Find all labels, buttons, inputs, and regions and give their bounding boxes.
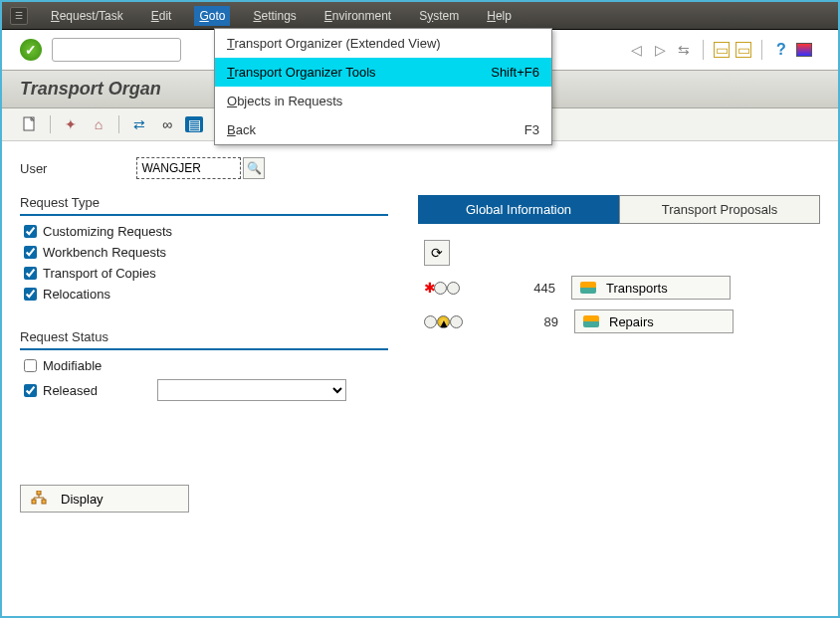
light-off-icon [450,315,463,328]
refresh-icon: ⟳ [431,245,443,261]
shortcut: F3 [525,122,539,137]
tool-icon-4[interactable]: ∞ [157,114,177,134]
display-button[interactable]: Display [20,485,189,513]
stat-row-transports: ✱ 445 Transports [424,276,814,300]
tool-icon-1[interactable]: ✦ [61,114,81,134]
search-icon: 🔍 [247,161,262,175]
svg-rect-2 [32,500,36,504]
svg-rect-1 [37,491,41,495]
menubar: ☰ Request/Task Edit Goto Settings Enviro… [2,2,838,30]
tab-transport-proposals[interactable]: Transport Proposals [619,195,820,224]
layout2-icon[interactable]: ▭ [735,42,751,58]
light-off-icon [424,315,437,328]
tabs: Global Information Transport Proposals [418,195,820,224]
nav-first-icon[interactable]: ◁ [627,41,645,59]
light-yellow-icon: ▲ [437,315,450,328]
chk-released[interactable]: Released [24,383,98,398]
tool-icon-2[interactable]: ⌂ [89,114,108,134]
hierarchy-icon [31,491,47,508]
released-select[interactable] [157,379,346,401]
picture-icon [580,282,596,294]
menu-edit[interactable]: Edit [146,6,177,26]
light-off-icon [447,282,460,295]
transports-count: 445 [476,281,555,296]
user-label: User [20,161,47,176]
command-field[interactable] [52,38,181,62]
nav-prev-icon[interactable]: ▷ [651,41,669,59]
repairs-button[interactable]: Repairs [574,309,734,333]
enter-icon[interactable]: ✓ [20,39,42,61]
help-icon[interactable]: ? [772,41,790,59]
menu-request-task[interactable]: Request/Task [46,6,128,26]
menu-item-transport-organizer-ext[interactable]: Transport Organizer (Extended View) [215,29,551,58]
tab-global-information[interactable]: Global Information [418,195,619,224]
menu-item-back[interactable]: Back F3 [215,115,551,144]
transports-button[interactable]: Transports [571,276,731,300]
picture-icon [583,315,599,327]
goto-dropdown: Transport Organizer (Extended View) Tran… [214,28,552,145]
chk-transport-of-copies[interactable]: Transport of Copies [24,266,384,281]
repairs-count: 89 [479,314,558,329]
user-row: User 🔍 [20,157,820,179]
request-status-title: Request Status [20,329,388,350]
menu-settings[interactable]: Settings [248,6,301,26]
chk-modifiable[interactable]: Modifiable [24,358,384,373]
stat-row-repairs: ▲ 89 Repairs [424,309,814,333]
refresh-button[interactable]: ⟳ [424,240,450,266]
chk-customizing-requests[interactable]: Customizing Requests [24,224,384,239]
chk-relocations[interactable]: Relocations [24,287,384,302]
status-lights-error: ✱ [424,280,460,296]
light-off-icon [434,282,447,295]
shortcut: Shift+F6 [491,65,539,80]
gui-options-icon[interactable] [796,43,812,57]
menu-item-objects-in-requests[interactable]: Objects in Requests [215,87,551,115]
nav-next-icon[interactable]: ⇆ [675,41,693,59]
menu-system[interactable]: System [414,6,464,26]
user-input[interactable] [136,157,241,179]
chk-workbench-requests[interactable]: Workbench Requests [24,245,384,260]
tool-icon-3[interactable]: ⇄ [129,114,149,134]
menu-goto[interactable]: Goto [194,6,230,26]
user-search-button[interactable]: 🔍 [243,157,265,179]
svg-rect-3 [42,500,46,504]
tool-icon-5[interactable]: ▤ [185,116,203,132]
request-type-group: Request Type Customizing Requests Workbe… [20,195,388,309]
create-request-icon[interactable] [20,114,40,134]
layout1-icon[interactable]: ▭ [714,42,730,58]
menu-help[interactable]: Help [482,6,517,26]
status-lights-warning: ▲ [424,315,463,328]
request-status-group: Request Status Modifiable Released [20,329,388,409]
request-type-title: Request Type [20,195,388,216]
menu-item-transport-organizer-tools[interactable]: Transport Organizer Tools Shift+F6 [215,58,551,87]
menu-environment[interactable]: Environment [319,6,396,26]
menu-options-icon[interactable]: ☰ [10,7,28,25]
